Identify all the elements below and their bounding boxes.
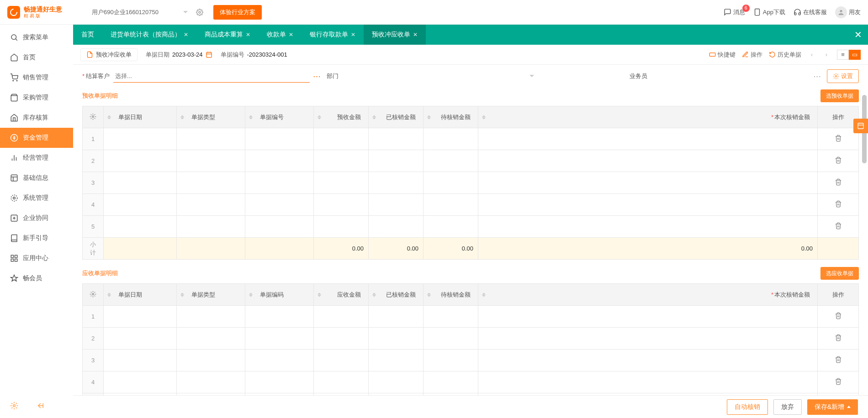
sidebar-item-home[interactable]: 首页 xyxy=(0,47,73,68)
messages-link[interactable]: 消息 6 xyxy=(724,8,745,16)
col-receivable[interactable]: 应收金额 xyxy=(314,284,369,306)
tab[interactable]: 银行存取款单✕ xyxy=(302,25,364,45)
table-row[interactable]: 2 xyxy=(83,328,859,350)
customer-service-link[interactable]: 在线客服 xyxy=(794,8,827,16)
scrollbar[interactable] xyxy=(862,95,867,391)
experience-button[interactable]: 体验行业方案 xyxy=(213,5,262,20)
delete-icon[interactable] xyxy=(835,356,842,363)
close-icon[interactable]: ✕ xyxy=(351,31,355,38)
close-icon[interactable]: ✕ xyxy=(289,31,293,38)
field-salesperson[interactable]: 业务员 ··· xyxy=(630,72,821,80)
delete-icon[interactable] xyxy=(835,334,842,341)
tab[interactable]: 首页 xyxy=(73,25,102,45)
table-row[interactable]: 3 xyxy=(83,172,859,194)
column-config-icon[interactable] xyxy=(83,284,104,306)
tab[interactable]: 进货单统计表（按商品）✕ xyxy=(102,25,196,45)
sidebar-item-sales[interactable]: 销售管理 xyxy=(0,68,73,88)
table-row[interactable]: 4 xyxy=(83,194,859,216)
keyboard-icon xyxy=(709,51,716,58)
tab[interactable]: 收款单✕ xyxy=(259,25,302,45)
sidebar-item-vip[interactable]: 畅会员 xyxy=(0,268,73,288)
tenant-settings-icon[interactable] xyxy=(196,9,203,16)
sidebar-item-biz[interactable]: 经营管理 xyxy=(0,148,73,168)
settings-icon[interactable] xyxy=(10,402,18,410)
next-doc-icon[interactable]: › xyxy=(822,51,831,58)
delete-icon[interactable] xyxy=(835,222,842,230)
view-list-icon[interactable]: ≡ xyxy=(837,50,849,60)
col-prepay[interactable]: 预收金额 xyxy=(314,106,369,128)
col-verified[interactable]: 已核销金额 xyxy=(369,284,423,306)
tab[interactable]: 商品成本重算✕ xyxy=(196,25,259,45)
field-dept[interactable]: 部门 xyxy=(327,70,624,83)
delete-icon[interactable] xyxy=(835,178,842,186)
col-date[interactable]: 单据日期 xyxy=(104,106,177,128)
discard-button[interactable]: 放弃 xyxy=(773,399,802,415)
col-this[interactable]: 本次核销金额 xyxy=(478,284,818,306)
prev-doc-icon[interactable]: ‹ xyxy=(808,51,816,58)
settings-button[interactable]: 设置 xyxy=(827,69,859,83)
operate-link[interactable]: 操作 xyxy=(742,51,762,59)
col-this[interactable]: 本次核销金额 xyxy=(478,106,818,128)
column-config-icon[interactable] xyxy=(83,106,104,128)
col-pending[interactable]: 待核销金额 xyxy=(423,106,478,128)
customer-input[interactable] xyxy=(113,70,310,83)
field-customer[interactable]: *结算客户 ··· xyxy=(82,70,321,83)
pick-prepay-button[interactable]: 选预收单据 xyxy=(820,89,859,102)
doc-date[interactable]: 单据日期 2023-03-24 xyxy=(146,51,212,59)
sidebar-item-coop[interactable]: 企业协同 xyxy=(0,208,73,228)
table-row[interactable]: 5 xyxy=(83,216,859,238)
svg-point-33 xyxy=(92,293,94,295)
col-no[interactable]: 单据编号 xyxy=(245,106,314,128)
delete-icon[interactable] xyxy=(835,312,842,319)
col-date[interactable]: 单据日期 xyxy=(104,284,177,306)
user-menu[interactable]: 用友 xyxy=(835,6,861,18)
sidebar-item-base[interactable]: 基础信息 xyxy=(0,168,73,188)
sidebar-item-inventory[interactable]: 库存核算 xyxy=(0,108,73,128)
delete-icon[interactable] xyxy=(835,378,842,385)
tenant-select[interactable]: 用户690企业1660120750 xyxy=(87,6,192,19)
table-row[interactable]: 1 xyxy=(83,306,859,328)
tab[interactable]: 预收冲应收单✕ xyxy=(364,25,426,45)
view-detail-icon[interactable]: ▭ xyxy=(849,50,861,60)
side-panel-toggle-icon[interactable] xyxy=(853,119,868,133)
tab-label: 商品成本重算 xyxy=(205,31,243,39)
svg-point-32 xyxy=(92,115,94,117)
shortcut-link[interactable]: 快捷键 xyxy=(709,51,736,59)
close-icon[interactable]: ✕ xyxy=(246,31,250,38)
delete-icon[interactable] xyxy=(835,135,842,142)
close-all-tabs-icon[interactable]: ✕ xyxy=(848,29,868,40)
save-new-button[interactable]: 保存&新增 xyxy=(807,399,858,415)
col-type[interactable]: 单据类型 xyxy=(177,284,245,306)
collapse-sidebar-icon[interactable] xyxy=(37,402,45,410)
delete-icon[interactable] xyxy=(835,157,842,164)
salesperson-more-icon[interactable]: ··· xyxy=(814,73,821,80)
delete-icon[interactable] xyxy=(835,200,842,208)
app-download-link[interactable]: App下载 xyxy=(753,8,785,16)
col-pending[interactable]: 待核销金额 xyxy=(423,284,478,306)
auto-verify-button[interactable]: 自动核销 xyxy=(727,399,768,415)
customer-more-icon[interactable]: ··· xyxy=(313,73,321,80)
sidebar-item-fund[interactable]: 资金管理 xyxy=(0,128,73,148)
close-icon[interactable]: ✕ xyxy=(184,31,188,38)
gear-icon xyxy=(833,73,839,79)
table-row[interactable]: 3 xyxy=(83,350,859,371)
table-row[interactable]: 4 xyxy=(83,371,859,393)
apps-icon xyxy=(10,254,18,262)
sidebar-item-purchase[interactable]: 采购管理 xyxy=(0,88,73,108)
sidebar-item-apps[interactable]: 应用中心 xyxy=(0,248,73,268)
svg-point-3 xyxy=(840,10,842,12)
col-type[interactable]: 单据类型 xyxy=(177,106,245,128)
table-row[interactable]: 2 xyxy=(83,150,859,172)
guide-icon xyxy=(10,234,18,242)
sidebar-item-search[interactable]: 搜索菜单 xyxy=(0,27,73,47)
pick-receivable-button[interactable]: 选应收单据 xyxy=(820,267,859,280)
message-badge: 6 xyxy=(742,5,750,12)
table-row[interactable]: 1 xyxy=(83,128,859,150)
history-link[interactable]: 历史单据 xyxy=(769,51,801,59)
brand-subtitle: 精易版 xyxy=(24,13,62,18)
sidebar-item-sys[interactable]: 系统管理 xyxy=(0,188,73,208)
col-verified[interactable]: 已核销金额 xyxy=(369,106,423,128)
col-code[interactable]: 单据编码 xyxy=(245,284,314,306)
close-icon[interactable]: ✕ xyxy=(413,31,418,38)
sidebar-item-guide[interactable]: 新手引导 xyxy=(0,228,73,248)
